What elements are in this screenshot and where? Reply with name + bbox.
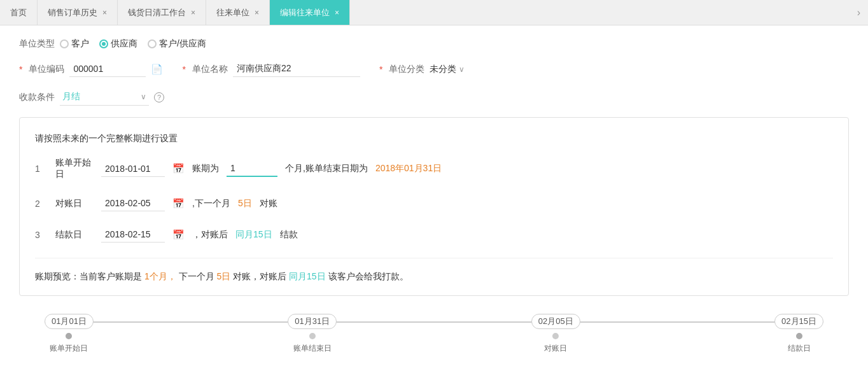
- classify-chevron-icon: ∨: [459, 65, 465, 74]
- tl-badge-2: 01月31日: [288, 314, 337, 329]
- radio-supplier[interactable]: 供应商: [99, 38, 137, 50]
- tab-more-button[interactable]: ›: [850, 0, 868, 25]
- radio-customer-circle: [60, 39, 69, 48]
- tl-point-1: 01月01日 账单开始日: [45, 314, 94, 354]
- period-row-label-2: 对账日: [55, 198, 94, 209]
- period-settle-cal-icon[interactable]: 📅: [172, 229, 185, 241]
- period-reconcile-date-input[interactable]: [101, 195, 165, 211]
- period-reconcile-cal-icon[interactable]: 📅: [172, 198, 185, 209]
- period-months-unit: 个月,账单结束日期为: [285, 163, 368, 174]
- main-content: 单位类型 客户 供应商 客户/供应商 * 单位编码: [0, 25, 868, 387]
- radio-supplier-circle: [99, 39, 108, 48]
- period-num-3: 3: [35, 230, 48, 240]
- tl-point-2: 01月31日 账单结束日: [288, 314, 337, 354]
- tab-bar: 首页 销售订单历史 × 钱货日清工作台 × 往来单位 × 编辑往来单位 × ›: [0, 0, 868, 25]
- period-row-2: 2 对账日 📅 ,下一个月 5日 对账: [35, 195, 833, 211]
- tl-label-4: 结款日: [788, 343, 811, 354]
- period-settle-suffix: 结款: [280, 229, 298, 241]
- payment-label: 收款条件: [19, 92, 55, 103]
- period-num-2: 2: [35, 199, 48, 209]
- close-unit-list[interactable]: ×: [255, 8, 259, 17]
- preview-day: 5日: [216, 271, 230, 281]
- tl-point-4: 02月15日 结款日: [774, 314, 823, 354]
- unit-code-input[interactable]: [69, 61, 146, 77]
- timeline: 01月01日 账单开始日 01月31日 账单结束日 02月05日 对账日: [19, 314, 849, 354]
- unit-name-label: 单位名称: [192, 64, 228, 75]
- tl-label-1: 账单开始日: [50, 343, 88, 354]
- unit-type-label: 单位类型: [19, 38, 55, 50]
- doc-icon[interactable]: 📄: [151, 64, 163, 75]
- period-start-date-input[interactable]: [101, 161, 165, 177]
- preview-months: 1个月，: [144, 271, 176, 281]
- period-row-label-1: 账单开始日: [55, 157, 94, 180]
- unit-classify-label: 单位分类: [389, 64, 424, 75]
- period-settle-day-highlight: 同月15日: [235, 229, 272, 241]
- preview-prefix: 账期预览：当前客户账期是: [35, 271, 142, 281]
- unit-type-row: 单位类型 客户 供应商 客户/供应商: [19, 38, 849, 50]
- tab-sales-history[interactable]: 销售订单历史 ×: [38, 0, 118, 25]
- payment-select[interactable]: 月结 ∨: [60, 88, 149, 106]
- unit-code-label: 单位编码: [29, 64, 64, 75]
- preview-suffix: 该客户会给我打款。: [328, 271, 409, 281]
- tl-badge-3: 02月05日: [531, 314, 580, 329]
- unit-classify-select[interactable]: 未分类 ∨: [430, 64, 465, 75]
- tab-home[interactable]: 首页: [0, 0, 38, 25]
- period-num-1: 1: [35, 164, 48, 174]
- preview-settle: 同月15日: [289, 271, 326, 281]
- preview-text: 账期预览：当前客户账期是 1个月， 下一个月 5日 对账，对账后 同月15日 该…: [35, 258, 833, 283]
- preview-mid: 下一个月: [179, 271, 214, 281]
- period-start-cal-icon[interactable]: 📅: [172, 163, 185, 174]
- unit-code-field: * 单位编码 📄: [19, 61, 163, 77]
- period-reconcile-prefix: ,下一个月: [192, 198, 230, 209]
- radio-both-circle: [148, 39, 157, 48]
- unit-type-radio-group: 客户 供应商 客户/供应商: [60, 38, 206, 50]
- tl-dot-2: [309, 333, 316, 339]
- period-row-3: 3 结款日 📅 ，对账后 同月15日 结款: [35, 227, 833, 243]
- tl-badge-1: 01月01日: [45, 314, 94, 329]
- payment-value: 月结: [62, 91, 138, 102]
- unit-name-field: * 单位名称: [182, 61, 360, 77]
- period-months-input[interactable]: [227, 160, 277, 177]
- payment-row: 收款条件 月结 ∨ ?: [19, 88, 849, 106]
- tl-label-3: 对账日: [544, 343, 567, 354]
- timeline-points: 01月01日 账单开始日 01月31日 账单结束日 02月05日 对账日: [45, 314, 823, 354]
- period-row-label-3: 结款日: [55, 229, 94, 241]
- payment-field: 收款条件 月结 ∨ ?: [19, 88, 164, 106]
- period-reconcile-day-highlight: 5日: [238, 198, 252, 209]
- period-reconcile-suffix: 对账: [260, 198, 277, 209]
- period-end-date-highlight: 2018年01月31日: [375, 163, 442, 174]
- close-edit-unit[interactable]: ×: [335, 8, 339, 17]
- tl-dot-3: [552, 333, 559, 339]
- unit-classify-value: 未分类: [430, 64, 456, 75]
- radio-supplier-label: 供应商: [111, 38, 137, 50]
- close-cash-work[interactable]: ×: [191, 8, 195, 17]
- payment-chevron-icon: ∨: [141, 92, 146, 101]
- unit-classify-field: * 单位分类 未分类 ∨: [379, 64, 465, 75]
- radio-both[interactable]: 客户/供应商: [148, 38, 206, 50]
- period-settle-prefix: ，对账后: [192, 229, 228, 241]
- period-settle-date-input[interactable]: [101, 227, 165, 243]
- period-row-1: 1 账单开始日 📅 账期为 个月,账单结束日期为 2018年01月31日: [35, 157, 833, 180]
- tl-point-3: 02月05日 对账日: [531, 314, 580, 354]
- radio-customer[interactable]: 客户: [60, 38, 89, 50]
- tl-dot-4: [796, 333, 802, 339]
- unit-type-field: 单位类型 客户 供应商 客户/供应商: [19, 38, 206, 50]
- unit-name-input[interactable]: [233, 61, 360, 77]
- tab-unit-list[interactable]: 往来单位 ×: [206, 0, 270, 25]
- radio-customer-label: 客户: [71, 38, 89, 50]
- radio-both-label: 客户/供应商: [159, 38, 206, 50]
- help-icon[interactable]: ?: [154, 92, 164, 102]
- tl-dot-1: [66, 333, 72, 339]
- tab-cash-work[interactable]: 钱货日清工作台 ×: [118, 0, 206, 25]
- period-title: 请按照未来的一个完整帐期进行设置: [35, 133, 833, 144]
- preview-after-day: 对账，对账后: [233, 271, 286, 281]
- close-sales-history[interactable]: ×: [102, 8, 107, 17]
- tl-badge-4: 02月15日: [774, 314, 823, 329]
- unit-info-row: * 单位编码 📄 * 单位名称 * 单位分类 未分类 ∨: [19, 61, 849, 77]
- period-suffix-1: 账期为: [192, 163, 219, 174]
- tl-label-2: 账单结束日: [293, 343, 332, 354]
- period-box: 请按照未来的一个完整帐期进行设置 1 账单开始日 📅 账期为 个月,账单结束日期…: [19, 117, 849, 296]
- tab-edit-unit[interactable]: 编辑往来单位 ×: [270, 0, 350, 25]
